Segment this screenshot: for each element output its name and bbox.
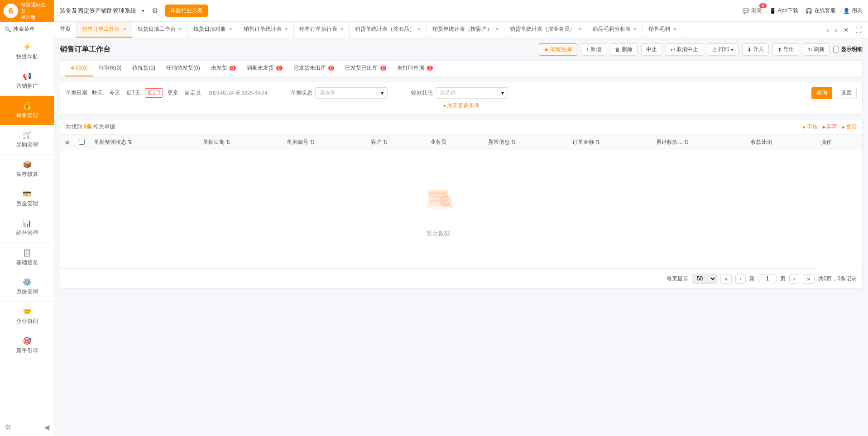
message-action[interactable]: 💬 6 消息 (743, 7, 762, 14)
online-service-action[interactable]: 🎧 在线客服 (806, 7, 836, 14)
tab-sales-order-workbench[interactable]: 销售订单工作台 ✕ (77, 22, 132, 38)
sidebar-item-system[interactable]: ⚙️ 系统管理 (0, 272, 54, 302)
sidebar-item-inventory[interactable]: 📦 库存核算 (0, 155, 54, 184)
filter-tab-not-shipped[interactable]: 未发货 0 (206, 61, 241, 76)
date-quick-1month[interactable]: 近1月 (145, 88, 163, 98)
user-action[interactable]: 👤 用友 (843, 7, 863, 14)
app-download-action[interactable]: 📱 App下载 (769, 7, 798, 14)
col-settings[interactable]: ⚙ (60, 135, 74, 150)
sidebar-item-quick-nav[interactable]: ⚡ 快捷导航 (0, 37, 54, 66)
date-quick-yesterday[interactable]: 昨天 (90, 88, 105, 98)
filter-tab-shipped-out[interactable]: 已发货已出库 0 (340, 61, 392, 76)
last-page-btn[interactable]: » (803, 274, 814, 284)
prev-page-btn[interactable]: ‹ (735, 274, 745, 284)
cancel-audit-action[interactable]: ● 弃审 (822, 123, 837, 131)
smart-create-btn[interactable]: ★ 智能生单 (539, 43, 577, 56)
sidebar-item-enterprise[interactable]: 🤝 企业协同 (0, 302, 54, 331)
select-all-checkbox[interactable] (79, 139, 85, 145)
sidebar-item-marketing[interactable]: 📢 营销推广 (0, 66, 54, 96)
close-tab-sales-profit[interactable]: ✕ (673, 27, 676, 32)
shipped-not-out-badge: 0 (328, 66, 335, 71)
filter-tab-not-printed[interactable]: 未打印单据 0 (392, 61, 438, 76)
payment-select[interactable]: 请选择 ▾ (436, 87, 508, 99)
ship-action[interactable]: ● 发货 (842, 123, 857, 131)
date-quick-more[interactable]: 更多 (166, 88, 180, 98)
next-page-btn[interactable]: › (789, 274, 799, 284)
dropdown-arrow-icon[interactable]: ▾ (142, 8, 144, 14)
settings-gear-icon[interactable]: ⚙ (5, 423, 11, 431)
sidebar-item-guide[interactable]: 🎯 新手引导 (0, 331, 54, 360)
shipped-out-badge: 0 (380, 66, 387, 71)
maximize-icon[interactable]: ⛶ (853, 24, 864, 35)
sort-date-icon[interactable]: ⇅ (226, 139, 230, 145)
close-tab-sales-order-stats[interactable]: ✕ (284, 27, 288, 32)
first-page-btn[interactable]: « (720, 274, 732, 284)
tab-sales-order-stats[interactable]: 销售订单统计表 ✕ (238, 22, 294, 38)
close-tab-cash-reconcile[interactable]: ✕ (229, 27, 232, 32)
sort-anomaly-icon[interactable]: ⇅ (511, 139, 516, 145)
sort-customer-icon[interactable]: ⇅ (383, 139, 388, 145)
filter-tab-pending-review[interactable]: 待审核(0) (93, 61, 127, 76)
print-btn[interactable]: 🖨 打印 ▾ (707, 43, 739, 56)
tab-sales-stats-customer[interactable]: 销货单统计表（按客户） ✕ (427, 22, 504, 38)
cancel-stop-btn[interactable]: ↩ 取消中止 (666, 43, 703, 56)
filter-tab-wangpu[interactable]: 旺铺待发货(0) (161, 61, 206, 76)
sort-number-icon[interactable]: ⇅ (310, 139, 315, 145)
show-detail-input[interactable] (833, 47, 839, 52)
sidebar-item-sales[interactable]: 💰 销售管理 (0, 96, 54, 125)
tab-home[interactable]: 首页 (54, 22, 77, 38)
tab-sales-order-exec[interactable]: 销售订单执行表 ✕ (294, 22, 350, 38)
sort-received-icon[interactable]: ⇅ (684, 139, 689, 145)
print-dropdown-icon: ▾ (731, 47, 734, 53)
settings-btn[interactable]: 设置 (836, 87, 857, 99)
date-quick-7days[interactable]: 近7天 (125, 88, 142, 98)
delete-btn[interactable]: 🗑 删除 (610, 43, 638, 56)
filter-tab-overdue[interactable]: 到期未发货 0 (241, 61, 288, 76)
close-tab-sales-order-exec[interactable]: ✕ (340, 27, 344, 32)
new-btn[interactable]: + 新增 (581, 43, 606, 56)
status-select[interactable]: 请选择 ▾ (315, 87, 388, 99)
guide-icon: 🎯 (23, 336, 32, 345)
query-btn[interactable]: 查询 (811, 87, 832, 99)
per-page-select[interactable]: 10 20 50 100 (692, 274, 717, 284)
import-btn[interactable]: ⬇ 导入 (742, 43, 769, 56)
search-menu[interactable]: 🔍 搜索菜单 (0, 22, 54, 37)
sort-icon[interactable]: ⇅ (128, 139, 132, 145)
sidebar-item-purchase[interactable]: 🛒 采购管理 (0, 125, 54, 155)
stop-btn[interactable]: 中止 (641, 43, 662, 56)
tab-product-margin[interactable]: 商品毛利分析表 ✕ (587, 22, 643, 38)
close-tab-product-margin[interactable]: ✕ (633, 27, 637, 32)
settings-icon[interactable]: ⚙ (152, 6, 158, 15)
close-tab-sales-stats-customer[interactable]: ✕ (495, 27, 499, 32)
date-quick-custom[interactable]: 自定义 (183, 88, 203, 98)
tab-prev-icon[interactable]: ‹ (824, 24, 832, 35)
close-all-tabs-icon[interactable]: ✕ (841, 24, 852, 35)
tab-sales-stats-product[interactable]: 销货单统计表（按商品） ✕ (350, 22, 427, 38)
tab-cash-daily[interactable]: 钱货日清工作台 ✕ (132, 22, 188, 38)
show-detail-checkbox[interactable]: 显示明细 (833, 46, 863, 53)
close-tab-sales-stats-staff[interactable]: ✕ (578, 27, 581, 32)
filter-tab-all[interactable]: 全部(0) (65, 61, 93, 76)
close-tab-cash-daily[interactable]: ✕ (178, 27, 182, 32)
tab-sales-profit[interactable]: 销售毛利 ✕ (643, 22, 682, 38)
tab-next-icon[interactable]: › (832, 24, 840, 35)
sidebar-item-finance[interactable]: 💳 资金管理 (0, 184, 54, 213)
tab-sales-stats-staff[interactable]: 销货单统计表（按业务员） ✕ (504, 22, 587, 38)
filter-tab-shipped-not-out[interactable]: 已发货未出库 0 (288, 61, 340, 76)
sidebar-item-operations[interactable]: 📊 经营管理 (0, 213, 54, 243)
page-number-input[interactable] (758, 274, 777, 283)
audit-action[interactable]: ● 审核 (802, 123, 817, 131)
sort-amount-icon[interactable]: ⇅ (595, 139, 600, 145)
expand-more-btn[interactable]: ▾ 展开更多条件 (443, 102, 480, 109)
sidebar-item-basic-info[interactable]: 📋 基础信息 (0, 243, 54, 272)
col-check[interactable] (74, 135, 89, 150)
refresh-btn[interactable]: ↻ 刷新 (803, 43, 830, 56)
filter-tab-pending-inspect[interactable]: 待拣货(0) (127, 61, 161, 76)
date-quick-today[interactable]: 今天 (107, 88, 122, 98)
trial-btn[interactable]: 体验行业方案 (165, 5, 208, 17)
close-tab-sales-stats-product[interactable]: ✕ (417, 27, 421, 32)
collapse-sidebar-icon[interactable]: ◀ (44, 423, 49, 431)
close-tab-sales-order-workbench[interactable]: ✕ (123, 27, 126, 32)
tab-cash-reconcile[interactable]: 钱货日清对账 ✕ (188, 22, 238, 38)
export-btn[interactable]: ⬆ 导出 (772, 43, 799, 56)
